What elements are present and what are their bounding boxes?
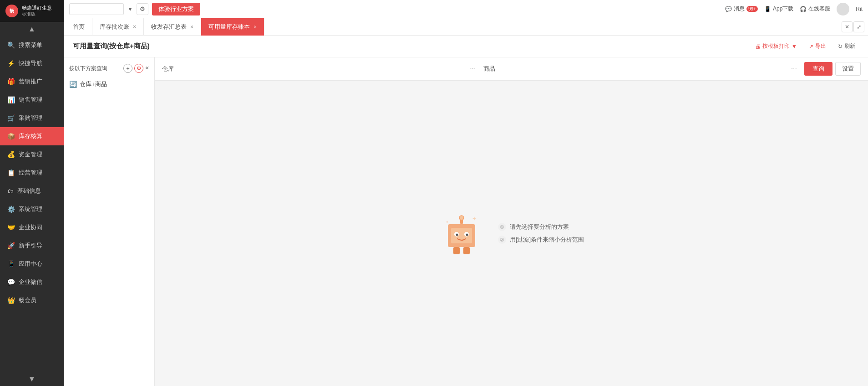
product-more-btn[interactable]: ··· [791,65,797,73]
message-badge: 99+ [746,6,758,12]
tab-receipt-summary-close[interactable]: × [190,24,193,30]
page-header: 可用量查询(按仓库+商品) 🖨 按模板打印 ▼ ↗ 导出 ↻ 刷新 [64,36,868,57]
sidebar-item-label-system: 系统管理 [19,205,42,213]
tabs-bar: 首页 库存批次账 × 收发存汇总表 × 可用量库存账本 × ✕ ⤢ [64,18,868,36]
svg-point-5 [466,234,468,236]
left-panel: 按以下方案查询 ＋ ⚙ « 🔄 仓库+商品 [64,57,155,386]
sidebar-item-marketing[interactable]: 🎁营销推广 [0,72,64,91]
query-btn[interactable]: 查询 [804,62,832,76]
tab-close-window-btn[interactable]: ✕ [842,21,853,32]
message-icon: 💬 [725,6,732,12]
sidebar-item-basic-info[interactable]: 🗂基础信息 [0,182,64,200]
warehouse-field: 仓库 ··· [162,62,476,75]
sidebar-scroll-up[interactable]: ▲ [0,22,64,36]
wechat-icon: 💬 [7,278,15,286]
sidebar-item-purchase[interactable]: 🛒采购管理 [0,109,64,127]
add-scheme-btn[interactable]: ＋ [123,64,132,73]
left-panel-icons: ＋ ⚙ « [123,64,149,73]
sidebar-item-inventory[interactable]: 📦库存核算 [0,127,64,145]
app-download-label: App下载 [773,5,793,13]
collapse-panel-btn[interactable]: « [145,64,149,73]
refresh-icon: ↻ [838,43,843,50]
tab-batch-account[interactable]: 库存批次账 × [92,18,144,36]
finance-icon: 💰 [7,151,15,158]
scheme-item-warehouse-product[interactable]: 🔄 仓库+商品 [64,77,154,92]
sidebar-item-label-operations: 经营管理 [19,169,42,177]
empty-tips: ① 请先选择要分析的方案 ② 用[过滤]条件来缩小分析范围 [498,223,584,244]
topbar: ▼ ⚙ 体验行业方案 💬 消息 99+ 📱 App下载 🎧 在线客服 Rit [64,0,868,18]
inventory-icon: 📦 [7,133,15,140]
sidebar-item-label-inventory: 库存核算 [19,132,42,140]
online-service-item[interactable]: 🎧 在线客服 [800,5,830,13]
content-area: 按以下方案查询 ＋ ⚙ « 🔄 仓库+商品 仓库 ··· [64,57,868,386]
sidebar-title: 畅康通好生意 [22,5,52,11]
filter-settings-btn[interactable]: 设置 [835,62,861,76]
sidebar-item-quick-nav[interactable]: ⚡快捷导航 [0,54,64,72]
tab-home-label: 首页 [73,23,85,31]
tabs-right-actions: ✕ ⤢ [842,21,868,32]
svg-point-7 [459,216,464,220]
user-avatar[interactable] [837,3,849,15]
topbar-right: 💬 消息 99+ 📱 App下载 🎧 在线客服 Rit [725,3,863,15]
enterprise-icon: 🤝 [7,224,15,231]
product-input[interactable] [498,62,788,75]
tip-text-2: 用[过滤]条件来缩小分析范围 [510,236,584,244]
tab-expand-btn[interactable]: ⤢ [853,21,864,32]
main-area: ▼ ⚙ 体验行业方案 💬 消息 99+ 📱 App下载 🎧 在线客服 Rit 首… [64,0,868,386]
scheme-item-label: 仓库+商品 [80,80,107,88]
sidebar-item-label-wechat: 企业微信 [19,278,42,286]
topbar-search-input[interactable] [69,3,124,15]
user-name: Rit [856,6,863,12]
tip-text-1: 请先选择要分析的方案 [510,223,569,231]
sidebar-item-finance[interactable]: 💰资金管理 [0,145,64,164]
right-panel: 仓库 ··· 商品 ··· 查询 设置 [155,57,868,386]
print-template-btn[interactable]: 🖨 按模板打印 ▼ [751,41,801,51]
quick-nav-icon: ⚡ [7,60,15,67]
sidebar-item-enterprise[interactable]: 🤝企业协同 [0,218,64,237]
warehouse-more-btn[interactable]: ··· [470,65,476,73]
online-service-label: 在线客服 [808,5,830,13]
filter-actions: 查询 设置 [804,62,861,76]
sidebar-item-label-member: 畅会员 [19,296,36,304]
refresh-btn[interactable]: ↻ 刷新 [834,41,859,51]
sidebar-item-member[interactable]: 👑畅会员 [0,291,64,309]
svg-rect-9 [463,247,470,254]
sidebar-scroll-down[interactable]: ▼ [0,372,64,386]
sidebar-item-app-center[interactable]: 📱应用中心 [0,255,64,273]
tab-batch-account-label: 库存批次账 [100,23,129,31]
tab-batch-account-close[interactable]: × [133,24,136,30]
sidebar-item-sales[interactable]: 📊销售管理 [0,91,64,109]
warehouse-input[interactable] [177,62,467,75]
member-icon: 👑 [7,297,15,304]
tab-receipt-summary[interactable]: 收发存汇总表 × [144,18,201,36]
topbar-gear-icon[interactable]: ⚙ [137,3,148,15]
sidebar-logo: 畅 [5,5,18,17]
tab-available-account-close[interactable]: × [254,24,257,30]
export-btn[interactable]: ↗ 导出 [805,41,830,51]
marketing-icon: 🎁 [7,78,15,85]
topbar-industry-btn[interactable]: 体验行业方案 [152,3,200,15]
tab-available-account-label: 可用量库存账本 [208,23,250,31]
sidebar-item-wechat[interactable]: 💬企业微信 [0,273,64,291]
app-download-item[interactable]: 📱 App下载 [764,5,793,13]
warehouse-label: 仓库 [162,65,174,73]
message-label: 消息 [734,5,745,13]
tab-available-account[interactable]: 可用量库存账本 × [201,18,264,36]
message-icon-item[interactable]: 💬 消息 99+ [725,5,758,13]
sidebar-item-label-purchase: 采购管理 [19,114,42,122]
tab-receipt-summary-label: 收发存汇总表 [151,23,187,31]
sidebar-item-label-marketing: 营销推广 [19,77,42,86]
topbar-dropdown-btn[interactable]: ▼ [127,6,133,12]
onboarding-icon: 🚀 [7,242,15,249]
tip-item-2: ② 用[过滤]条件来缩小分析范围 [498,236,584,244]
tip-item-1: ① 请先选择要分析的方案 [498,223,584,231]
sidebar-item-onboarding[interactable]: 🚀新手引导 [0,237,64,255]
sidebar-item-search[interactable]: 🔍搜索菜单 [0,36,64,54]
empty-state: ✦ ✦ ① 请先选择要分析的方案 ② 用[过滤]条件来缩小分析范围 [155,81,868,386]
tab-home[interactable]: 首页 [64,18,92,36]
scheme-settings-btn[interactable]: ⚙ [134,64,143,73]
sidebar-item-operations[interactable]: 📋经营管理 [0,164,64,182]
search-icon: 🔍 [7,41,15,49]
sidebar-item-system[interactable]: ⚙️系统管理 [0,200,64,218]
svg-rect-1 [451,228,472,243]
